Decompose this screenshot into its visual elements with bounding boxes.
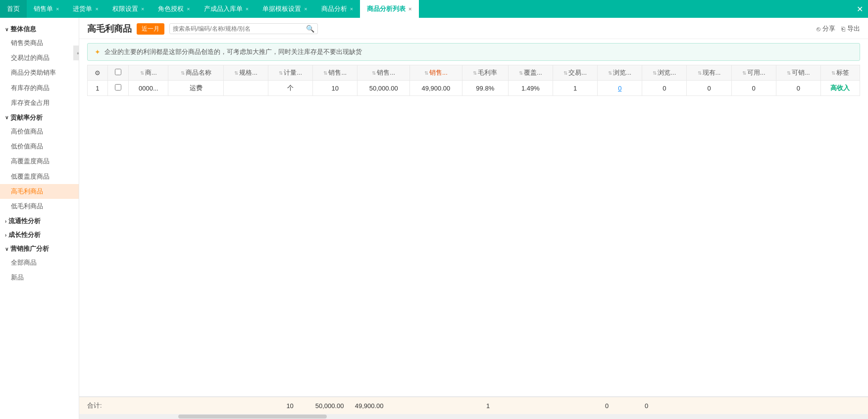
col-tag[interactable]: ⇅标签 [820,65,860,81]
share-button[interactable]: ⎋ 分享 [817,24,835,33]
cell-unit: 个 [268,81,313,96]
footer-cell-transactions: 1 [468,402,508,410]
cell-coverage: 1.49% [508,81,553,96]
tab-finished-goods[interactable]: 产成品入库单 × [197,0,255,18]
tab-template[interactable]: 单据模板设置 × [255,0,314,18]
close-tab-roles[interactable]: × [187,6,190,12]
export-button[interactable]: ⎗ 导出 [841,24,860,33]
sidebar-item-sales-goods[interactable]: 销售类商品 [0,36,79,50]
cell-code: 0000... [129,81,168,96]
row-checkbox[interactable] [115,84,121,91]
filter-recent-month-button[interactable]: 近一月 [137,23,164,35]
cell-spec [223,81,268,96]
col-gross-rate[interactable]: ⇅毛利率 [462,65,508,81]
col-coverage[interactable]: ⇅覆盖... [508,65,553,81]
horizontal-scrollbar[interactable] [79,414,868,419]
sidebar-collapse-button[interactable]: « [73,46,79,60]
cell-no: 1 [88,81,108,96]
content-area: 高毛利商品 近一月 🔍 ⎋ 分享 ⎗ 导出 ✦ 企业的主要的利润都是这部分商品创… [79,18,868,419]
col-sales-amount[interactable]: ⇅销售... [357,65,410,81]
group-arrow-overall: ∨ [5,27,8,32]
cell-transactions: 1 [553,81,598,96]
sidebar-item-high-coverage[interactable]: 高覆盖度商品 [0,154,79,169]
close-tab-template[interactable]: × [304,6,307,12]
col-views1[interactable]: ⇅浏览... [598,65,642,81]
col-stock-saleable[interactable]: ⇅可销... [776,65,820,81]
sidebar-item-all-goods[interactable]: 全部商品 [0,255,79,270]
sidebar-item-low-value[interactable]: 低价值商品 [0,139,79,154]
content-header: 高毛利商品 近一月 🔍 ⎋ 分享 ⎗ 导出 [79,18,868,39]
close-all-tabs-icon[interactable]: ✕ [857,4,863,14]
col-sales-qty[interactable]: ⇅销售... [313,65,357,81]
col-views2[interactable]: ⇅浏览... [642,65,687,81]
cell-gross-rate: 99.8% [462,81,508,96]
col-name[interactable]: ⇅商品名称 [168,65,224,81]
footer-cell-sales-amount: 50,000.00 [310,402,350,410]
footer-cell-stock-available: 0 [627,402,666,410]
footer-cell-empty6 [429,402,468,410]
group-arrow-growth: › [5,233,6,238]
footer-label: 合计: [87,401,102,410]
table-row: 1 0000... 运费 个 10 50,000.00 49,900.00 99… [88,81,860,96]
info-icon: ✦ [95,48,101,56]
close-tab-sales[interactable]: × [56,6,59,12]
col-spec[interactable]: ⇅规格... [223,65,268,81]
tab-purchase[interactable]: 进货单 × [66,0,105,18]
sidebar-group-marketing[interactable]: ∨ 营销推广分析 [0,241,79,255]
tab-sales-order[interactable]: 销售单 × [27,0,66,18]
tab-product-analysis-list[interactable]: 商品分析列表 × [360,0,418,18]
sidebar-item-stock-capital[interactable]: 库存资金占用 [0,95,79,110]
col-unit[interactable]: ⇅计量... [268,65,313,81]
footer-total-row: 合计: 10 50,000.00 49,900.00 1 0 0 [79,396,868,414]
page-title: 高毛利商品 [87,23,132,35]
sidebar-item-new-goods[interactable]: 新品 [0,270,79,285]
top-navigation: 首页 销售单 × 进货单 × 权限设置 × 角色授权 × 产成品入库单 × 单据… [0,0,868,18]
cell-checkbox[interactable] [107,81,128,96]
sidebar-item-low-margin[interactable]: 低毛利商品 [0,199,79,214]
col-sales-cost[interactable]: ⇅销售... [410,65,462,81]
search-input[interactable] [173,25,304,32]
close-tab-finished-goods[interactable]: × [246,6,249,12]
tab-product-analysis[interactable]: 商品分析 × [314,0,360,18]
col-checkbox[interactable] [107,65,128,81]
tab-permissions[interactable]: 权限设置 × [105,0,151,18]
tab-home[interactable]: 首页 [0,0,27,18]
main-layout: « ∨ 整体信息 销售类商品 交易过的商品 商品分类助销率 有库存的商品 库存资… [0,18,868,419]
sidebar-item-low-coverage[interactable]: 低覆盖度商品 [0,169,79,184]
cell-sales-amount: 50,000.00 [357,81,410,96]
footer-cell-sales-qty: 10 [270,402,310,410]
col-transactions[interactable]: ⇅交易... [553,65,598,81]
sidebar-item-in-stock[interactable]: 有库存的商品 [0,81,79,95]
sidebar-group-contribution[interactable]: ∨ 贡献率分析 [0,110,79,124]
cell-tag: 高收入 [820,81,860,96]
col-code[interactable]: ⇅商... [129,65,168,81]
col-settings[interactable]: ⚙ [88,65,108,81]
cell-name: 运费 [168,81,224,96]
sidebar-group-overall[interactable]: ∨ 整体信息 [0,22,79,36]
close-tab-purchase[interactable]: × [95,6,98,12]
footer-cell-empty1 [112,402,152,410]
sidebar-item-category-rate[interactable]: 商品分类助销率 [0,65,79,80]
export-icon: ⎗ [841,25,845,33]
sidebar-group-liquidity[interactable]: › 流通性分析 [0,214,79,228]
footer-cell-empty8 [548,402,587,410]
header-actions: ⎋ 分享 ⎗ 导出 [817,24,860,33]
cell-stock-current: 0 [687,81,731,96]
close-tab-product-analysis[interactable]: × [350,6,353,12]
search-icon[interactable]: 🔍 [306,25,314,33]
select-all-checkbox[interactable] [115,69,121,75]
cell-views1[interactable]: 0 [598,81,642,96]
close-tab-product-analysis-list[interactable]: × [408,6,411,12]
sidebar-item-high-value[interactable]: 高价值商品 [0,124,79,139]
sidebar-item-high-margin[interactable]: 高毛利商品 [0,184,79,199]
col-stock-current[interactable]: ⇅现有... [687,65,731,81]
close-tab-permissions[interactable]: × [141,6,144,12]
search-box[interactable]: 🔍 [169,23,318,34]
tab-roles[interactable]: 角色授权 × [151,0,197,18]
sidebar-group-growth[interactable]: › 成长性分析 [0,228,79,241]
share-icon: ⎋ [817,25,820,33]
scrollbar-thumb[interactable] [178,415,327,419]
col-stock-available[interactable]: ⇅可用... [731,65,776,81]
sidebar-item-traded-goods[interactable]: 交易过的商品 [0,50,79,65]
data-table: ⚙ ⇅商... ⇅商品名称 ⇅规格... ⇅计量... ⇅销售... ⇅销售..… [87,65,860,96]
